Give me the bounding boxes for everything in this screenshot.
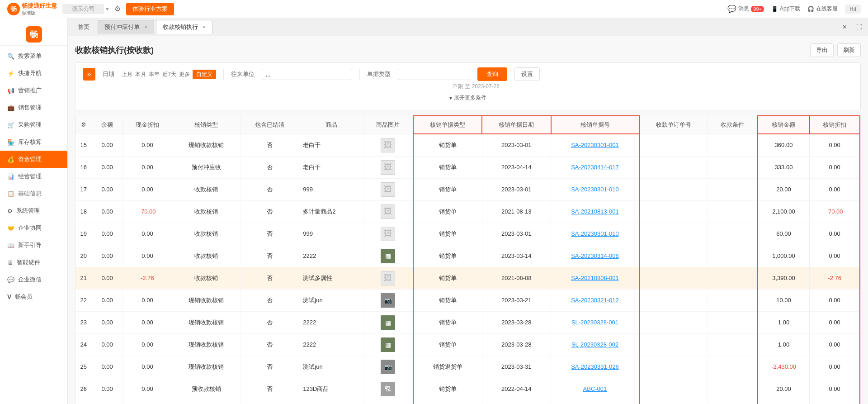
cell-bill-no[interactable]: SA-20230321-012: [551, 289, 639, 311]
service-icon: 🎧: [807, 6, 814, 12]
cell-bill-date: 2023-04-14: [482, 156, 551, 178]
date-more[interactable]: 更多: [179, 71, 190, 78]
tab-writeoff[interactable]: 收款核销执行 ×: [156, 20, 212, 34]
expand-btn[interactable]: ▾ 展开更多条件: [449, 94, 486, 102]
sidebar-label-inventory: 库存核算: [18, 138, 42, 146]
cell-order-no: [639, 178, 708, 200]
filter-settings-btn[interactable]: 设置: [514, 67, 540, 81]
cell-amount: 100.00: [758, 400, 810, 404]
cell-settled: 否: [241, 134, 299, 156]
sidebar-label-wechat: 企业微信: [18, 276, 42, 284]
sidebar-item-nav[interactable]: ⚡ 快捷导航: [0, 65, 67, 82]
cell-writeoff: -70.00: [810, 200, 860, 223]
cell-bill-no[interactable]: SA-20230301-010: [551, 178, 639, 200]
sidebar-item-hardware[interactable]: 🖥 智能硬件: [0, 254, 67, 271]
partner-input[interactable]: [262, 69, 352, 80]
cell-product-img: ▦: [363, 333, 413, 356]
tab-prepay-label: 预付冲应付单: [104, 23, 140, 31]
date-custom[interactable]: 自定义: [193, 70, 216, 79]
cell-type: 预付冲应收: [172, 156, 241, 178]
cell-condition: [708, 267, 757, 289]
cell-product-img: ▦: [363, 311, 413, 333]
cell-condition: [708, 333, 757, 356]
expand-window-icon[interactable]: ⛶: [854, 22, 864, 33]
cell-condition: [708, 200, 757, 223]
cell-bill-no[interactable]: SA-20230331-026: [551, 356, 639, 378]
date-this-month[interactable]: 本月: [135, 71, 146, 78]
cell-bill-no[interactable]: SL-20230328-002: [551, 333, 639, 356]
bill-type-select[interactable]: [398, 69, 470, 80]
message-area[interactable]: 💬 消息 99+: [727, 5, 764, 13]
online-service[interactable]: 🎧 在线客服: [807, 5, 838, 13]
cell-bill-no[interactable]: SL-20230328-001: [551, 311, 639, 333]
cell-amount: 3,390.00: [758, 267, 810, 289]
cell-settled: 否: [241, 156, 299, 178]
search-btn[interactable]: 查询: [477, 67, 507, 81]
tab-prepay[interactable]: 预付冲应付单 ×: [98, 20, 154, 34]
sidebar-item-guide[interactable]: 📖 新手引导: [0, 237, 67, 254]
sidebar-item-wechat[interactable]: 💬 企业微信: [0, 271, 67, 288]
cell-balance: 0.00: [92, 223, 123, 245]
tab-prepay-close[interactable]: ×: [144, 24, 147, 30]
cell-bill-no[interactable]: SA-20210813-001: [551, 200, 639, 223]
cell-bill-no[interactable]: SA-20230301-010: [551, 223, 639, 245]
col-settings[interactable]: ⚙: [75, 116, 92, 134]
dropdown-icon: ▾: [106, 5, 109, 12]
col-condition: 收款条件: [708, 116, 757, 134]
cell-bill-no[interactable]: ABC-001: [551, 378, 639, 400]
settings-icon[interactable]: ⚙: [114, 5, 121, 13]
date-last-month[interactable]: 上月: [122, 71, 132, 78]
sidebar-item-collab[interactable]: 🤝 企业协同: [0, 219, 67, 237]
col-cash-discount: 现金折扣: [123, 116, 172, 134]
cell-order-no: [639, 134, 708, 156]
close-window-icon[interactable]: ✕: [839, 22, 850, 33]
date-this-year[interactable]: 本年: [149, 71, 160, 78]
trial-btn[interactable]: 体验行业方案: [126, 3, 174, 15]
date-7days[interactable]: 近7天: [162, 71, 176, 78]
cell-balance: 0.00: [92, 156, 123, 178]
refresh-btn[interactable]: 刷新: [837, 43, 861, 57]
member-icon: V: [7, 293, 11, 300]
sidebar-item-purchase[interactable]: 🛒 采购管理: [0, 116, 67, 133]
cell-settled: 否: [241, 400, 299, 404]
sidebar-item-finance[interactable]: 💰 资金管理: [0, 151, 67, 168]
table-row: 25 0.00 0.00 现销收款核销 否 测试jun 📷 销货退货单 2023…: [75, 356, 860, 378]
cell-writeoff: 0.00: [810, 178, 860, 200]
cell-amount: 20.00: [758, 378, 810, 400]
cell-bill-no[interactable]: SA-20230314-008: [551, 245, 639, 267]
sidebar-item-basics[interactable]: 📋 基础信息: [0, 185, 67, 202]
cell-settled: 否: [241, 289, 299, 311]
table-row: 27 0.00 0.00 现销收款核销 否 衣服00001 🖼 销货单 2023…: [75, 400, 860, 404]
cell-bill-no[interactable]: SA-20210808-001: [551, 267, 639, 289]
sidebar-item-sales[interactable]: 💼 销售管理: [0, 99, 67, 116]
sidebar-item-member[interactable]: V 畅会员: [0, 288, 67, 305]
cell-id: 23: [75, 311, 92, 333]
cell-id: 25: [75, 356, 92, 378]
cell-bill-no[interactable]: SL-20230408-001: [551, 400, 639, 404]
forward-btn[interactable]: »: [83, 68, 95, 81]
cell-writeoff: 0.00: [810, 333, 860, 356]
tab-home[interactable]: 首页: [71, 20, 96, 34]
sidebar-item-search[interactable]: 🔍 搜索菜单: [0, 48, 67, 65]
cell-bill-no[interactable]: SA-20230301-001: [551, 134, 639, 156]
user-name[interactable]: Rit: [845, 5, 861, 14]
tab-writeoff-close[interactable]: ×: [203, 24, 206, 30]
export-btn[interactable]: 导出: [810, 43, 834, 57]
sidebar-item-inventory[interactable]: 🏪 库存核算: [0, 133, 67, 151]
cell-settled: 否: [241, 333, 299, 356]
sidebar-item-marketing[interactable]: 📢 营销推广: [0, 82, 67, 99]
date-range-row: 不限 至 2023-07-26: [83, 81, 853, 90]
sidebar-item-system[interactable]: ⚙ 系统管理: [0, 202, 67, 219]
cell-bill-type: 销货单: [413, 311, 482, 333]
logo: 畅 畅捷通好生意 标准版: [7, 2, 57, 16]
cell-id: 24: [75, 333, 92, 356]
page-header: 收款核销执行(按收款) 导出 刷新: [75, 43, 861, 57]
sidebar-item-operations[interactable]: 📊 经营管理: [0, 168, 67, 185]
inventory-icon: 🏪: [7, 139, 14, 146]
cell-product-img: 🖼: [363, 267, 413, 289]
app-download[interactable]: 📱 App下载: [771, 5, 800, 13]
company-selector[interactable]: 演示公司 ▾: [62, 4, 109, 14]
cell-product-img: 🖼: [363, 134, 413, 156]
cell-order-no: [639, 267, 708, 289]
cell-bill-no[interactable]: SA-20230414-017: [551, 156, 639, 178]
